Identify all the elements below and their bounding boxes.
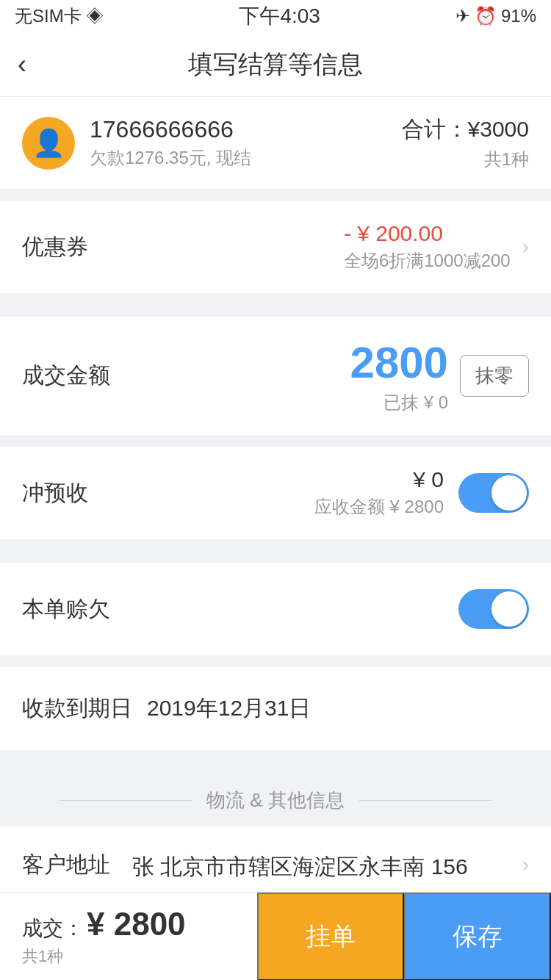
due-date-label: 收款到期日 xyxy=(22,693,132,724)
section-divider-2 xyxy=(0,551,551,563)
toggle-knob xyxy=(491,475,527,511)
footer-deal-label: 成交： xyxy=(22,915,84,943)
status-left: 无SIM卡 ◈ xyxy=(15,4,104,28)
status-right: ✈ ⏰ 91% xyxy=(455,6,536,26)
chong-sub: 应收金额 ¥ 2800 xyxy=(314,495,444,519)
customer-right: 合计：¥3000 共1种 xyxy=(402,115,529,171)
chong-right: ¥ 0 应收金额 ¥ 2800 xyxy=(314,467,529,519)
status-time: 下午4:03 xyxy=(239,2,320,30)
credit-toggle-knob xyxy=(491,591,527,627)
battery-status: 91% xyxy=(501,6,536,26)
transaction-label: 成交金额 xyxy=(22,361,110,391)
transaction-sub: 已抹 ¥ 0 xyxy=(383,391,448,414)
address-chevron-icon: › xyxy=(522,853,529,876)
transaction-row: 成交金额 2800 已抹 ¥ 0 抹零 xyxy=(0,317,551,435)
divider-line-right xyxy=(359,800,491,801)
sim-status: 无SIM卡 ◈ xyxy=(15,4,104,28)
customer-phone: 17666666666 xyxy=(90,116,251,143)
credit-row: 本单赊欠 xyxy=(0,563,551,655)
alarm-icon: ⏰ xyxy=(475,6,497,26)
chong-row: 冲预收 ¥ 0 应收金额 ¥ 2800 xyxy=(0,447,551,539)
section-divider-3 xyxy=(0,762,551,774)
amount-center: 2800 已抹 ¥ 0 xyxy=(350,337,448,414)
save-button[interactable]: 保存 xyxy=(404,893,551,981)
round-button[interactable]: 抹零 xyxy=(460,355,529,397)
due-date-value: 2019年12月31日 xyxy=(147,693,311,724)
coupon-amount: - ¥ 200.00 xyxy=(344,221,511,246)
address-label: 客户地址 xyxy=(22,850,110,880)
logistics-label: 物流 & 其他信息 xyxy=(206,788,345,813)
total-amount: 合计：¥3000 xyxy=(402,115,529,145)
transaction-amount: 2800 xyxy=(350,337,448,388)
credit-label: 本单赊欠 xyxy=(22,594,110,624)
section-divider-1 xyxy=(0,305,551,317)
chong-label: 冲预收 xyxy=(22,478,88,508)
footer-count: 共1种 xyxy=(22,945,235,968)
customer-info: 17666666666 欠款1276.35元, 现结 xyxy=(90,116,251,170)
customer-card: 👤 17666666666 欠款1276.35元, 现结 合计：¥3000 共1… xyxy=(0,97,551,189)
nav-bar: ‹ 填写结算等信息 xyxy=(0,32,551,97)
chong-values: ¥ 0 应收金额 ¥ 2800 xyxy=(314,467,444,519)
footer-amount: ¥ 2800 xyxy=(87,906,186,943)
back-button[interactable]: ‹ xyxy=(18,49,26,80)
page-title: 填写结算等信息 xyxy=(188,48,363,82)
footer-left: 成交： ¥ 2800 共1种 xyxy=(0,906,257,968)
footer: 成交： ¥ 2800 共1种 挂单 保存 xyxy=(0,892,551,980)
location-icon: ✈ xyxy=(455,6,470,26)
coupon-label: 优惠券 xyxy=(22,232,88,262)
status-bar: 无SIM卡 ◈ 下午4:03 ✈ ⏰ 91% xyxy=(0,0,551,32)
chong-amount: ¥ 0 xyxy=(413,467,444,492)
coupon-row[interactable]: 优惠券 - ¥ 200.00 全场6折满1000减200 › xyxy=(0,201,551,293)
transaction-right: 2800 已抹 ¥ 0 抹零 xyxy=(350,337,529,414)
chong-toggle[interactable] xyxy=(458,473,529,513)
customer-left: 👤 17666666666 欠款1276.35元, 现结 xyxy=(22,116,251,170)
avatar: 👤 xyxy=(22,117,75,170)
credit-toggle[interactable] xyxy=(458,589,529,629)
customer-row: 👤 17666666666 欠款1276.35元, 现结 合计：¥3000 共1… xyxy=(0,97,551,189)
customer-sub: 欠款1276.35元, 现结 xyxy=(90,146,251,170)
coupon-right: - ¥ 200.00 全场6折满1000减200 › xyxy=(344,221,529,273)
avatar-icon: 👤 xyxy=(32,128,65,159)
chevron-icon: › xyxy=(522,235,529,259)
logistics-divider: 物流 & 其他信息 xyxy=(0,774,551,826)
total-count: 共1种 xyxy=(402,148,529,171)
coupon-desc: 全场6折满1000减200 xyxy=(344,249,511,273)
due-date-row: 收款到期日 2019年12月31日 xyxy=(0,667,551,750)
hang-order-button[interactable]: 挂单 xyxy=(257,893,404,981)
divider-line-left xyxy=(60,800,192,801)
